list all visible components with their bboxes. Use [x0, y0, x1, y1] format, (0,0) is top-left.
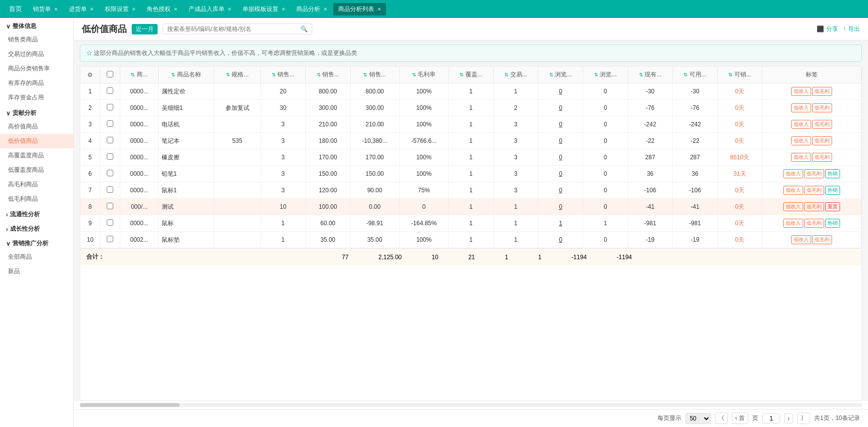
tag-低毛利[interactable]: 低毛利: [804, 186, 824, 195]
col-sales-cost[interactable]: ⇅ 销售...: [350, 66, 399, 83]
col-coverage[interactable]: ⇅ 覆盖...: [448, 66, 493, 83]
col-trade[interactable]: ⇅ 交易...: [493, 66, 538, 83]
nav-home[interactable]: 首页: [4, 2, 27, 15]
cell-browse1[interactable]: 0: [538, 166, 583, 182]
nav-roles-close[interactable]: ✕: [174, 6, 178, 12]
tag-低收入[interactable]: 低收入: [791, 120, 811, 129]
tag-低收入[interactable]: 低收入: [791, 103, 811, 112]
horizontal-scrollbar[interactable]: [74, 401, 868, 409]
col-spec[interactable]: ⇅ 规格...: [214, 66, 261, 83]
cell-browse1[interactable]: 0: [538, 116, 583, 133]
section-overall-info[interactable]: ∨ 整体信息: [0, 18, 73, 32]
tag-低收入[interactable]: 低收入: [783, 169, 803, 178]
tag-低毛利[interactable]: 低毛利: [804, 202, 824, 211]
nav-templates-close[interactable]: ✕: [281, 6, 285, 12]
sidebar-item-stock-capital[interactable]: 库存资金占用: [0, 90, 73, 105]
cell-checkbox[interactable]: [100, 100, 120, 116]
tag-低收入[interactable]: 低收入: [791, 87, 811, 96]
cell-checkbox[interactable]: [100, 199, 120, 215]
select-all-checkbox[interactable]: [107, 71, 113, 77]
page-nav-first[interactable]: 《: [715, 413, 728, 424]
cell-checkbox[interactable]: [100, 182, 120, 199]
page-nav-next[interactable]: ›: [784, 414, 793, 424]
nav-inventory-close[interactable]: ✕: [227, 6, 231, 12]
sidebar-item-high-margin[interactable]: 高毛利商品: [0, 177, 73, 192]
tag-低收入[interactable]: 低收入: [783, 202, 803, 211]
nav-permissions[interactable]: 权限设置 ✕: [100, 3, 141, 15]
col-checkbox[interactable]: [100, 66, 120, 83]
col-available[interactable]: ⇅ 可用...: [672, 66, 717, 83]
tag-热销[interactable]: 热销: [825, 169, 840, 178]
page-nav-prev[interactable]: ‹ 首: [732, 413, 748, 424]
cell-checkbox[interactable]: [100, 116, 120, 133]
col-name[interactable]: ⇅ 商品名称: [158, 66, 214, 83]
section-contribution[interactable]: ∨ 贡献分析: [0, 105, 73, 119]
sidebar-item-sales-category[interactable]: 销售类商品: [0, 32, 73, 47]
search-icon[interactable]: 🔍: [300, 25, 308, 32]
tag-低收入[interactable]: 低收入: [791, 153, 811, 162]
nav-purchase[interactable]: 进货单 ✕: [64, 3, 99, 15]
col-gross-margin[interactable]: ⇅ 毛利率: [399, 66, 448, 83]
tag-低毛利[interactable]: 低毛利: [812, 103, 832, 112]
tag-低毛利[interactable]: 低毛利: [804, 169, 824, 178]
date-filter-tag[interactable]: 近一月: [132, 24, 158, 34]
col-sales-qty[interactable]: ⇅ 销售...: [261, 66, 306, 83]
cell-browse1[interactable]: 0: [538, 182, 583, 199]
col-settings[interactable]: ⚙: [80, 66, 100, 83]
sidebar-item-high-coverage[interactable]: 高覆盖度商品: [0, 148, 73, 163]
nav-product-analysis[interactable]: 商品分析 ✕: [291, 3, 332, 15]
cell-browse1[interactable]: 0: [538, 199, 583, 215]
cell-browse1[interactable]: 0: [538, 149, 583, 166]
nav-roles[interactable]: 角色授权 ✕: [142, 3, 183, 15]
cell-browse1[interactable]: 0: [538, 100, 583, 116]
col-browse1[interactable]: ⇅ 浏览...: [538, 66, 583, 83]
tag-热销[interactable]: 热销: [825, 186, 840, 195]
nav-inventory[interactable]: 产成品入库单 ✕: [184, 3, 236, 15]
tag-低收入[interactable]: 低收入: [783, 186, 803, 195]
cell-browse1[interactable]: 0: [538, 133, 583, 149]
cell-browse1[interactable]: 0: [538, 83, 583, 100]
nav-templates[interactable]: 单据模板设置 ✕: [237, 3, 290, 15]
section-liquidity[interactable]: › 流通性分析: [0, 206, 73, 221]
sidebar-item-high-value[interactable]: 高价值商品: [0, 119, 73, 134]
page-nav-last[interactable]: 》: [797, 413, 810, 424]
search-box[interactable]: 🔍: [163, 23, 312, 34]
cell-checkbox[interactable]: [100, 149, 120, 166]
sidebar-item-new-products[interactable]: 新品: [0, 264, 73, 279]
tag-重置[interactable]: 重置: [825, 202, 840, 211]
sidebar-item-low-value[interactable]: 低价值商品: [0, 134, 73, 148]
cell-checkbox[interactable]: [100, 166, 120, 182]
cell-checkbox[interactable]: [100, 133, 120, 149]
section-marketing[interactable]: ∨ 营销推广分析: [0, 235, 73, 250]
tag-热销[interactable]: 热销: [825, 219, 840, 228]
tag-低毛利[interactable]: 低毛利: [812, 120, 832, 129]
tag-低毛利[interactable]: 低毛利: [812, 136, 832, 145]
tag-低收入[interactable]: 低收入: [791, 136, 811, 145]
tag-低毛利[interactable]: 低毛利: [812, 153, 832, 162]
cell-checkbox[interactable]: [100, 232, 120, 248]
col-current-stock[interactable]: ⇅ 现有...: [628, 66, 672, 83]
search-input[interactable]: [167, 25, 300, 32]
export-button[interactable]: ↑ 导出: [843, 25, 860, 33]
scrollbar-track[interactable]: [80, 403, 862, 407]
nav-permissions-close[interactable]: ✕: [132, 6, 136, 12]
tag-低毛利[interactable]: 低毛利: [812, 235, 832, 244]
scrollbar-thumb[interactable]: [80, 403, 180, 407]
col-browse2[interactable]: ⇅ 浏览...: [583, 66, 628, 83]
sidebar-item-low-margin[interactable]: 低毛利商品: [0, 192, 73, 206]
tag-低收入[interactable]: 低收入: [791, 235, 811, 244]
nav-sales-close[interactable]: ✕: [54, 6, 58, 12]
tag-低收入[interactable]: 低收入: [783, 219, 803, 228]
sidebar-item-low-coverage[interactable]: 低覆盖度商品: [0, 163, 73, 177]
tag-低毛利[interactable]: 低毛利: [804, 219, 824, 228]
sidebar-item-all-products[interactable]: 全部商品: [0, 250, 73, 264]
col-sellable[interactable]: ⇅ 可销...: [717, 66, 762, 83]
nav-sales[interactable]: 销货单 ✕: [28, 3, 63, 15]
share-button[interactable]: ⬛ 分享: [817, 25, 838, 33]
nav-product-analysis-list-close[interactable]: ✕: [377, 6, 381, 12]
nav-product-analysis-list[interactable]: 商品分析列表 ✕: [333, 3, 386, 15]
sidebar-item-category-rate[interactable]: 商品分类销售率: [0, 61, 73, 76]
sidebar-item-traded[interactable]: 交易过的商品: [0, 47, 73, 61]
col-sales-amt[interactable]: ⇅ 销售...: [305, 66, 350, 83]
col-code[interactable]: ⇅ 商...: [120, 66, 159, 83]
